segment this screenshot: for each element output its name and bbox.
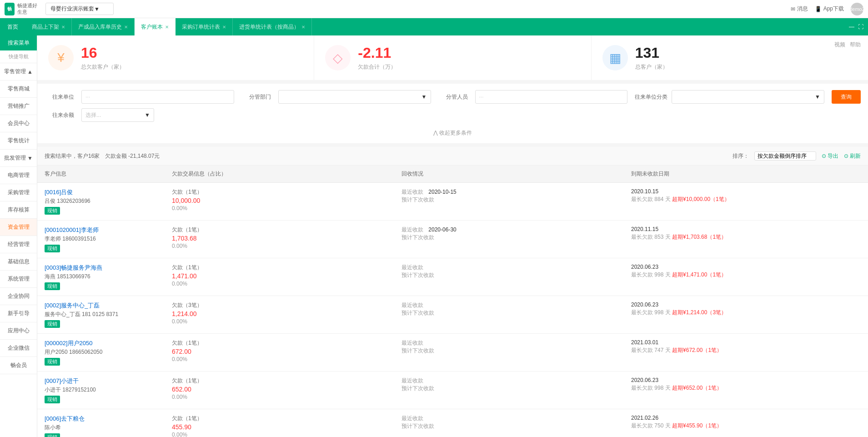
debt-amount: 1,214.00 — [172, 310, 401, 317]
sidebar-item-inventory[interactable]: 库存核算 — [0, 201, 37, 219]
overdue-link[interactable]: 超期¥652.00（1笔） — [672, 385, 722, 391]
tab-product-history[interactable]: 产成品入库单历史 ✕ — [72, 18, 135, 35]
customer-name[interactable]: [0002]服务中心_丁磊 — [45, 301, 172, 310]
sidebar-item-retail-mgmt[interactable]: 零售管理 ▲ — [0, 63, 37, 80]
customer-tag: 现销 — [45, 207, 60, 215]
sidebar-item-system-mgmt[interactable]: 系统管理 — [0, 271, 37, 288]
customer-info-cell: [0003]畅捷服务尹海燕 海燕 18513066976 现销 — [45, 264, 172, 290]
customer-name[interactable]: [0001020001]李老师 — [45, 226, 172, 234]
overdue-link[interactable]: 超期¥10,000.00（1笔） — [672, 196, 730, 202]
debt-total-text: 欠款金额 -21,148.07元 — [105, 153, 160, 159]
customer-phone: 陈小希 — [45, 424, 172, 432]
sidebar-item-purchase-mgmt[interactable]: 采购管理 — [0, 184, 37, 201]
filter-row-2: 往来余额 选择... ▼ — [45, 108, 861, 122]
maximize-icon[interactable]: ⛶ — [858, 24, 863, 30]
due-date-cell: 2020.11.15 最长欠款 853 天 超期¥1,703.68（1笔） — [631, 226, 861, 241]
video-link[interactable]: 视频 — [834, 41, 845, 49]
help-link[interactable]: 帮助 — [850, 41, 861, 49]
message-btn[interactable]: ✉ 消息 — [791, 5, 808, 13]
customer-name[interactable]: [0006]去下粮仓 — [45, 415, 172, 423]
tab-home[interactable]: 首页 — [0, 18, 25, 35]
stat-icon-building: ▦ — [602, 45, 628, 70]
balance-input[interactable]: 选择... ▼ — [81, 108, 154, 122]
sidebar-item-ecommerce[interactable]: 电商管理 — [0, 167, 37, 184]
customer-name[interactable]: [0016]吕俊 — [45, 188, 172, 196]
last-collection-label: 最近收款 — [401, 264, 423, 271]
next-collection: 预计下次收款 — [401, 385, 631, 392]
tab-purchase-by-product[interactable]: 进货单统计表（按商品） ✕ — [233, 18, 312, 35]
sidebar-item-ops-mgmt[interactable]: 经营管理 — [0, 236, 37, 253]
minimize-icon[interactable]: — — [849, 24, 854, 30]
top-header: 畅 畅捷通好生意 母婴行业演示账套 ▼ ✉ 消息 📱 App下载 demo2 — [0, 0, 868, 18]
sidebar-search[interactable]: 搜索菜单 — [0, 35, 37, 50]
sidebar-item-marketing[interactable]: 营销推广 — [0, 98, 37, 115]
collapse-bar[interactable]: ⋀ 收起更多条件 — [45, 126, 861, 140]
top-right: ✉ 消息 📱 App下载 demo2 — [791, 3, 863, 15]
debt-count: 欠款（1笔） — [172, 226, 401, 234]
customer-phone: 服务中心_丁磊 181 0125 8371 — [45, 311, 172, 318]
sidebar-item-app-center[interactable]: 应用中心 — [0, 322, 37, 340]
debt-count: 欠款（1笔） — [172, 339, 401, 347]
dept-input[interactable]: ▼ — [278, 90, 431, 104]
chevron-up-icon: ⋀ — [433, 130, 438, 136]
sidebar-item-retail-stats[interactable]: 零售统计 — [0, 132, 37, 150]
overdue-link[interactable]: 超期¥455.90（1笔） — [672, 422, 722, 429]
due-date-cell: 2020.10.15 最长欠款 884 天 超期¥10,000.00（1笔） — [631, 188, 861, 203]
tab-purchase-stats[interactable]: 采购订单统计表 ✕ — [176, 18, 233, 35]
debt-amount: 10,000.00 — [172, 197, 401, 204]
manager-input[interactable]: ··· — [475, 90, 628, 104]
sidebar-item-enterprise-collab[interactable]: 企业协同 — [0, 288, 37, 305]
debt-percent: 0.00% — [172, 243, 401, 249]
tab-customer-account[interactable]: 客户账本 ✕ — [135, 18, 176, 35]
customer-tag: 现销 — [45, 245, 60, 252]
tab-close-products-off[interactable]: ✕ — [61, 25, 65, 30]
export-btn[interactable]: ⊙ 导出 — [822, 152, 838, 160]
tab-close-customer-account[interactable]: ✕ — [165, 25, 169, 30]
category-input[interactable]: ▼ — [672, 90, 824, 104]
sort-select[interactable]: 按欠款金额倒序排序 — [754, 151, 816, 161]
customer-name[interactable]: [000002]用户2050 — [45, 339, 172, 347]
overdue-info: 最长欠款 747 天 超期¥672.00（1笔） — [631, 347, 861, 354]
overdue-link[interactable]: 超期¥1,703.68（1笔） — [672, 234, 727, 240]
tab-close-purchase-stats[interactable]: ✕ — [222, 25, 226, 30]
customer-phone: 李老师 18600391516 — [45, 235, 172, 243]
customer-name[interactable]: [0007]小进干 — [45, 377, 172, 385]
customer-name[interactable]: [0003]畅捷服务尹海燕 — [45, 264, 172, 272]
search-button[interactable]: 查询 — [832, 90, 861, 104]
tab-close-purchase-by-product[interactable]: ✕ — [301, 25, 305, 30]
sidebar-item-member-center[interactable]: 会员中心 — [0, 115, 37, 132]
tab-close-product-history[interactable]: ✕ — [124, 25, 128, 30]
sidebar-item-basic-info[interactable]: 基础信息 — [0, 253, 37, 271]
overdue-link[interactable]: 超期¥1,214.00（3笔） — [672, 309, 727, 316]
tab-products-off[interactable]: 商品上下架 ✕ — [25, 18, 72, 35]
app-download-btn[interactable]: 📱 App下载 — [815, 5, 844, 13]
stat-info-amount: -2.11 欠款合计（万） — [358, 45, 396, 71]
data-table: 客户信息 欠款交易信息（占比） 回收情况 到期未收款日期 [0016]吕俊 吕俊… — [37, 166, 868, 437]
user-profile[interactable]: demo2 — [851, 3, 863, 15]
avatar: demo2 — [851, 3, 863, 15]
customer-info-cell: [000002]用户2050 用户2050 18665062050 现销 — [45, 339, 172, 366]
sidebar-item-member[interactable]: 畅会员 — [0, 357, 37, 374]
table-row: [0001020001]李老师 李老师 18600391516 现销 欠款（1笔… — [37, 221, 868, 258]
sidebar-item-finance-mgmt[interactable]: 资金管理 — [0, 219, 37, 236]
sidebar-item-retail-store[interactable]: 零售商城 — [0, 80, 37, 98]
customer-info-cell: [0007]小进干 小进干 18279152100 现销 — [45, 377, 172, 403]
overdue-link[interactable]: 超期¥672.00（1笔） — [672, 347, 722, 353]
store-selector[interactable]: 母婴行业演示账套 ▼ — [45, 3, 114, 15]
refresh-btn[interactable]: ⊙ 刷新 — [844, 152, 861, 160]
customer-tag: 现销 — [45, 320, 60, 328]
last-collection-label: 最近收款 — [401, 415, 423, 422]
due-date: 2020.06.23 — [631, 301, 861, 308]
debt-info-cell: 欠款（1笔） 652.00 0.00% — [172, 377, 401, 400]
phone-icon: 📱 — [815, 6, 822, 12]
sidebar-item-batch-mgmt[interactable]: 批发管理 ▼ — [0, 150, 37, 167]
due-date-cell: 2020.06.23 最长欠款 998 天 超期¥652.00（1笔） — [631, 377, 861, 392]
sidebar-item-newbie[interactable]: 新手引导 — [0, 305, 37, 322]
debt-percent: 0.00% — [172, 356, 401, 362]
debt-percent: 0.00% — [172, 281, 401, 287]
overdue-link[interactable]: 超期¥1,471.00（1笔） — [672, 271, 727, 278]
sidebar-item-enterprise-wechat[interactable]: 企业微信 — [0, 340, 37, 357]
total-customers-value: 131 — [635, 45, 668, 61]
debt-customers-label: 总欠款客户（家） — [81, 63, 125, 71]
supplier-input[interactable]: ··· — [81, 90, 234, 104]
